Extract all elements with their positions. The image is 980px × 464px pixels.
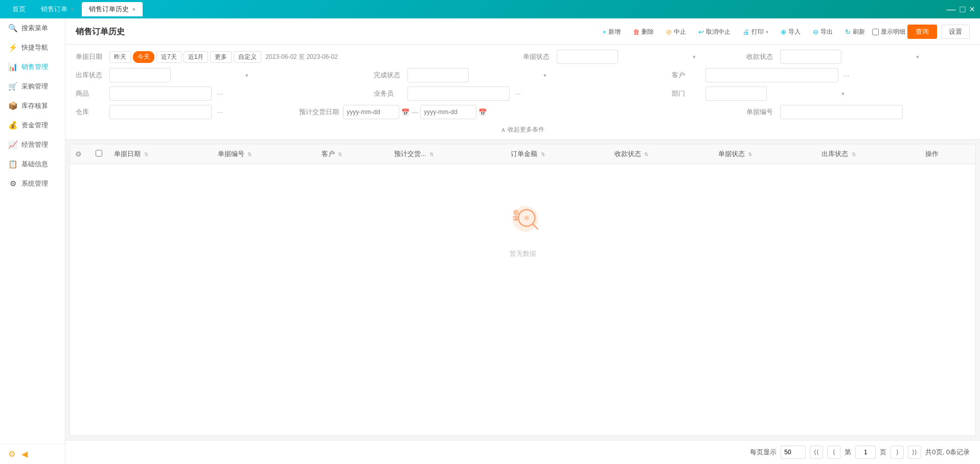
th-amount[interactable]: 订单金额 ⇅ bbox=[506, 144, 609, 164]
tab-sales-order-history-close[interactable]: × bbox=[132, 6, 135, 12]
per-page-select[interactable]: 50 10 20 100 bbox=[781, 446, 806, 459]
refresh-label: 刷新 bbox=[853, 28, 865, 36]
th-customer-label: 客户 bbox=[322, 150, 335, 158]
sidebar-item-finance[interactable]: 💰 资金管理 bbox=[0, 116, 65, 135]
sidebar-item-sys-mgmt[interactable]: ⚙ 系统管理 bbox=[0, 174, 65, 193]
th-bill-no[interactable]: 单据编号 ⇅ bbox=[213, 144, 316, 164]
warehouse-input[interactable] bbox=[109, 105, 212, 119]
bill-status-select[interactable] bbox=[557, 50, 618, 64]
th-payment-status[interactable]: 收款状态 ⇅ bbox=[609, 144, 713, 164]
delete-button[interactable]: 🗑 删除 bbox=[628, 25, 659, 39]
refresh-icon: ↻ bbox=[845, 28, 851, 36]
select-all-checkbox[interactable] bbox=[96, 150, 102, 157]
th-operation-label: 操作 bbox=[925, 150, 939, 158]
collapse-arrow-icon: ∧ bbox=[501, 126, 506, 134]
sidebar-item-quick-nav[interactable]: ⚡ 快捷导航 bbox=[0, 38, 65, 57]
filter-goods: 商品 ··· bbox=[76, 86, 374, 101]
customer-ellipsis[interactable]: ··· bbox=[841, 71, 852, 79]
tab-home[interactable]: 首页 bbox=[5, 2, 33, 16]
th-amount-sort: ⇅ bbox=[541, 151, 545, 157]
settings-button[interactable]: 设置 bbox=[941, 25, 970, 39]
sidebar-collapse-icon[interactable]: ◀ bbox=[21, 449, 28, 459]
next-page-button[interactable]: ⟩ bbox=[891, 446, 904, 459]
salesperson-input[interactable] bbox=[407, 86, 510, 101]
th-out-status[interactable]: 出库状态 ⇅ bbox=[816, 144, 920, 164]
th-customer[interactable]: 客户 ⇅ bbox=[316, 144, 389, 164]
out-status-select-wrapper bbox=[109, 68, 253, 82]
sidebar-item-basic-info[interactable]: 📋 基础信息 bbox=[0, 154, 65, 174]
filter-bill-no: 单据编号 bbox=[746, 105, 970, 119]
top-maximize-button[interactable]: □ bbox=[960, 4, 966, 15]
empty-text: 暂无数据 bbox=[510, 249, 536, 258]
tab-sales-order-close[interactable]: × bbox=[71, 6, 74, 12]
sidebar-item-operations-label: 经营管理 bbox=[21, 140, 48, 149]
sidebar-settings-icon[interactable]: ⚙ bbox=[8, 449, 15, 459]
import-button[interactable]: ⊕ 导入 bbox=[776, 25, 806, 39]
payment-status-select-wrapper bbox=[780, 50, 923, 64]
sales-mgmt-icon: 📊 bbox=[8, 62, 17, 72]
sidebar-item-purchase-mgmt[interactable]: 🛒 采购管理 bbox=[0, 77, 65, 96]
cal-from-icon[interactable]: 📅 bbox=[401, 108, 409, 116]
date-btn-yesterday[interactable]: 昨天 bbox=[109, 51, 131, 63]
th-bill-status-sort: ⇅ bbox=[748, 151, 752, 157]
out-status-select[interactable] bbox=[109, 68, 171, 82]
date-btn-more[interactable]: 更多 bbox=[210, 51, 232, 63]
expected-date-from[interactable] bbox=[343, 105, 399, 119]
date-btn-7days[interactable]: 近7天 bbox=[156, 51, 181, 63]
th-payment-status-sort: ⇅ bbox=[644, 151, 648, 157]
cal-to-icon[interactable]: 📅 bbox=[478, 108, 487, 116]
goods-input[interactable] bbox=[109, 86, 212, 101]
pagination: 每页显示 50 10 20 100 ⟨⟨ ⟨ 第 页 ⟩ ⟩⟩ 共0页, 0条记… bbox=[65, 440, 980, 464]
th-expected-date[interactable]: 预计交货... ⇅ bbox=[389, 144, 506, 164]
sidebar-item-basic-info-label: 基础信息 bbox=[21, 160, 48, 169]
sidebar-item-sales-mgmt[interactable]: 📊 销售管理 bbox=[0, 57, 65, 77]
filter-department: 部门 bbox=[672, 86, 970, 101]
salesperson-ellipsis[interactable]: ··· bbox=[513, 90, 523, 98]
tab-sales-order-history[interactable]: 销售订单历史 × bbox=[82, 2, 142, 16]
th-bill-status[interactable]: 单据状态 ⇅ bbox=[713, 144, 817, 164]
date-btn-today[interactable]: 今天 bbox=[133, 51, 154, 63]
bill-no-input[interactable] bbox=[780, 105, 903, 119]
stop-button[interactable]: ⊘ 中止 bbox=[661, 25, 691, 39]
prev-page-button[interactable]: ⟨ bbox=[827, 446, 840, 459]
goods-ellipsis[interactable]: ··· bbox=[215, 90, 225, 98]
filter-row-4: 仓库 ··· 预计交货日期 📅 — 📅 单据编号 bbox=[76, 105, 970, 119]
department-select[interactable] bbox=[705, 86, 767, 101]
query-button[interactable]: 查询 bbox=[907, 25, 937, 39]
delete-icon: 🗑 bbox=[633, 28, 640, 36]
refresh-button[interactable]: ↻ 刷新 bbox=[840, 25, 870, 39]
display-toggle[interactable]: 显示明细 bbox=[872, 28, 905, 36]
payment-status-select[interactable] bbox=[780, 50, 841, 64]
page-input[interactable] bbox=[855, 446, 876, 459]
inventory-icon: 📦 bbox=[8, 101, 17, 111]
table-settings-icon[interactable]: ⚙ bbox=[75, 150, 82, 158]
first-page-button[interactable]: ⟨⟨ bbox=[810, 446, 823, 459]
filter-customer: 客户 ··· bbox=[672, 68, 970, 82]
filter-expected-date: 预计交货日期 📅 — 📅 bbox=[299, 105, 746, 119]
top-exit-button[interactable]: × bbox=[969, 4, 975, 15]
total-info: 共0页, 0条记录 bbox=[925, 448, 970, 457]
last-page-button[interactable]: ⟩⟩ bbox=[908, 446, 921, 459]
sidebar-item-operations[interactable]: 📈 经营管理 bbox=[0, 135, 65, 154]
sidebar-item-inventory[interactable]: 📦 库存核算 bbox=[0, 96, 65, 116]
export-button[interactable]: ⊖ 导出 bbox=[808, 25, 838, 39]
filter-warehouse: 仓库 ··· bbox=[76, 105, 299, 119]
new-button[interactable]: + 新增 bbox=[597, 25, 626, 39]
collapse-more[interactable]: ∧ 收起更多条件 bbox=[76, 123, 970, 134]
print-button[interactable]: 🖨 打印 ▾ bbox=[738, 25, 773, 39]
date-btn-1month[interactable]: 近1月 bbox=[184, 51, 209, 63]
new-label: 新增 bbox=[608, 28, 621, 36]
display-toggle-checkbox[interactable] bbox=[872, 29, 879, 35]
empty-state-row: 暂无数据 bbox=[70, 164, 975, 290]
complete-status-select[interactable] bbox=[407, 68, 469, 82]
customer-input[interactable] bbox=[705, 68, 838, 82]
warehouse-ellipsis[interactable]: ··· bbox=[215, 108, 225, 116]
expected-date-to[interactable] bbox=[420, 105, 476, 119]
th-date[interactable]: 单据日期 ⇅ bbox=[109, 144, 213, 164]
sidebar-item-search-menu[interactable]: 🔍 搜索菜单 bbox=[0, 18, 65, 38]
cancel-stop-button[interactable]: ↩ 取消中止 bbox=[693, 25, 736, 39]
top-close-button[interactable]: — bbox=[947, 4, 956, 15]
sidebar-item-finance-label: 资金管理 bbox=[21, 121, 48, 130]
date-btn-custom[interactable]: 自定义 bbox=[234, 51, 261, 63]
tab-sales-order[interactable]: 销售订单 × bbox=[34, 2, 81, 16]
